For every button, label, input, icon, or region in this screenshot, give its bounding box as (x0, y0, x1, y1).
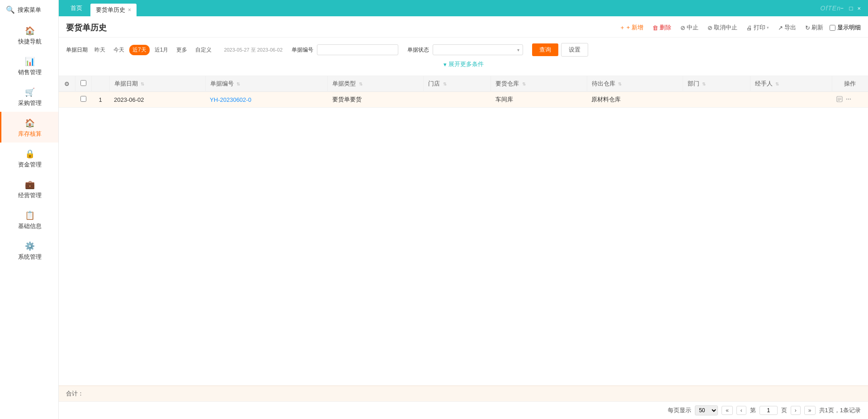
main-area: 首页 要货单历史 × OfTEn － □ × 要货单历史 ＋ + 新增 🗑 删 (59, 0, 868, 419)
page-number-input[interactable] (760, 406, 778, 415)
print-button[interactable]: 🖨 打印 ▾ (744, 22, 772, 33)
window-minimize-icon[interactable]: － (839, 4, 845, 12)
new-icon: ＋ (619, 24, 625, 32)
sidebar-item-label: 基础信息 (18, 222, 42, 230)
tab-bar: 首页 要货单历史 × OfTEn － □ × (59, 0, 868, 16)
page-label: 第 (750, 406, 756, 414)
expand-more-button[interactable]: ▾ 展开更多条件 (443, 60, 484, 68)
date-btn-today[interactable]: 今天 (110, 45, 127, 55)
sort-type-icon[interactable]: ⇅ (359, 81, 363, 86)
cancel-stop-button[interactable]: ⊘ 取消中止 (705, 22, 740, 33)
next-page-button[interactable]: › (791, 406, 801, 415)
sidebar-item-purchase[interactable]: 🛒 采购管理 (0, 81, 58, 112)
sidebar-item-label: 系统管理 (18, 253, 42, 261)
date-btn-last-month[interactable]: 近1月 (151, 45, 172, 55)
col-store[interactable]: 门店 ⇅ (424, 76, 491, 92)
expand-label: 展开更多条件 (448, 60, 484, 68)
first-page-button[interactable]: « (722, 406, 733, 415)
col-handler[interactable]: 经手人 ⇅ (750, 76, 832, 92)
sidebar-item-system[interactable]: ⚙️ 系统管理 (0, 235, 58, 266)
display-detail-toggle[interactable]: 显示明细 (830, 24, 861, 32)
sort-pending-warehouse-icon[interactable]: ⇅ (618, 81, 622, 86)
col-pending-warehouse[interactable]: 待出仓库 ⇅ (587, 76, 683, 92)
sidebar-item-inventory[interactable]: 🏠 库存核算 (0, 112, 58, 143)
sidebar-search[interactable]: 🔍 搜索菜单 (0, 0, 58, 19)
table-footer: 合计： (59, 386, 868, 401)
sidebar-item-finance[interactable]: 🔒 资金管理 (0, 143, 58, 173)
sidebar: 🔍 搜索菜单 🏠 快捷导航 📊 销售管理 🛒 采购管理 🏠 库存核算 🔒 资金管… (0, 0, 59, 419)
date-btn-yesterday[interactable]: 昨天 (91, 45, 108, 55)
sidebar-item-base-info[interactable]: 📋 基础信息 (0, 204, 58, 235)
col-date[interactable]: 单据日期 ⇅ (109, 76, 205, 92)
delete-button[interactable]: 🗑 删除 (650, 22, 674, 33)
sidebar-item-label: 销售管理 (18, 68, 42, 76)
sort-req-warehouse-icon[interactable]: ⇅ (522, 81, 526, 86)
status-select-wrapper: ▾ (433, 44, 523, 55)
sidebar-item-sales[interactable]: 📊 销售管理 (0, 50, 58, 81)
expand-icon: ▾ (443, 61, 447, 68)
sidebar-item-operations[interactable]: 💼 经营管理 (0, 173, 58, 204)
purchase-icon: 🛒 (25, 87, 35, 97)
col-number[interactable]: 单据编号 ⇅ (205, 76, 328, 92)
refresh-button[interactable]: ↻ 刷新 (802, 22, 826, 33)
row-checkbox[interactable] (80, 96, 86, 102)
select-all-checkbox[interactable] (80, 80, 86, 86)
col-type[interactable]: 单据类型 ⇅ (328, 76, 424, 92)
sort-date-icon[interactable]: ⇅ (141, 81, 144, 86)
print-dropdown-icon: ▾ (767, 25, 769, 30)
tab-home[interactable]: 首页 (63, 0, 90, 16)
date-filter-group: 单据日期 昨天 今天 近7天 近1月 更多 自定义 (66, 45, 215, 55)
svg-point-4 (846, 98, 847, 99)
action-icons-group (836, 96, 863, 104)
row-department (683, 92, 750, 108)
inventory-icon: 🏠 (25, 118, 35, 128)
tab-bar-controls: － □ × (839, 4, 861, 12)
table-wrapper: ⚙ 单据日期 ⇅ 单据编号 (59, 76, 868, 386)
window-close-icon[interactable]: × (857, 5, 861, 12)
finance-icon: 🔒 (25, 149, 35, 159)
sort-handler-icon[interactable]: ⇅ (775, 81, 779, 86)
col-department[interactable]: 部门 ⇅ (683, 76, 750, 92)
row-settings (59, 92, 75, 108)
page-suffix: 页 (781, 406, 787, 414)
prev-page-button[interactable]: ‹ (736, 406, 746, 415)
row-number: YH-20230602-0 (205, 92, 328, 108)
filter-area: 单据日期 昨天 今天 近7天 近1月 更多 自定义 2023-05-27 至 2… (59, 38, 868, 76)
expand-more-row: ▾ 展开更多条件 (66, 60, 861, 68)
display-detail-checkbox[interactable] (830, 25, 835, 31)
sort-number-icon[interactable]: ⇅ (236, 81, 240, 86)
new-button[interactable]: ＋ + 新增 (617, 22, 646, 33)
sales-icon: 📊 (25, 57, 35, 67)
delete-icon: 🗑 (652, 24, 658, 31)
status-select[interactable] (433, 44, 523, 55)
tab-close-icon[interactable]: × (128, 7, 131, 13)
export-button[interactable]: ↗ 导出 (775, 22, 799, 33)
last-page-button[interactable]: » (804, 406, 816, 415)
tab-active-label: 要货单历史 (96, 6, 125, 14)
date-range-display: 2023-05-27 至 2023-06-02 (224, 47, 283, 53)
query-button[interactable]: 查询 (532, 43, 558, 56)
row-type: 要货单要货 (328, 92, 424, 108)
status-filter-group: 单据状态 ▾ (407, 44, 523, 55)
doc-number-input[interactable] (317, 44, 398, 55)
settings-button[interactable]: 设置 (561, 43, 588, 57)
sort-store-icon[interactable]: ⇅ (443, 81, 447, 86)
date-btn-more[interactable]: 更多 (173, 45, 190, 55)
tab-active[interactable]: 要货单历史 × (90, 4, 137, 16)
col-req-warehouse[interactable]: 要货仓库 ⇅ (491, 76, 587, 92)
page-header: 要货单历史 ＋ + 新增 🗑 删除 ⊘ 中止 ⊘ 取消中止 (59, 16, 868, 38)
sort-department-icon[interactable]: ⇅ (702, 81, 706, 86)
date-btn-custom[interactable]: 自定义 (192, 45, 215, 55)
pagination-bar: 每页显示 50 100 « ‹ 第 页 › » 共1页，1条记录 (59, 401, 868, 419)
doc-number-link[interactable]: YH-20230602-0 (210, 96, 251, 103)
col-settings[interactable]: ⚙ (59, 76, 75, 92)
row-more-icon[interactable] (845, 96, 852, 104)
date-filter-label: 单据日期 (66, 46, 88, 54)
date-btn-last7days[interactable]: 近7天 (129, 45, 150, 55)
sidebar-item-quick-nav[interactable]: 🏠 快捷导航 (0, 19, 58, 50)
stop-button[interactable]: ⊘ 中止 (678, 22, 701, 33)
row-edit-icon[interactable] (836, 96, 843, 104)
page-size-select[interactable]: 50 100 (695, 405, 718, 415)
sidebar-search-label: 搜索菜单 (18, 6, 41, 14)
window-maximize-icon[interactable]: □ (849, 5, 853, 12)
